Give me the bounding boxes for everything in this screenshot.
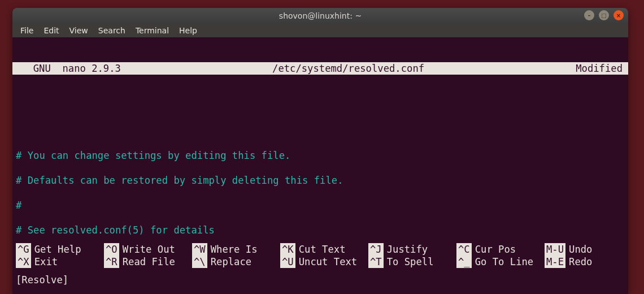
shortcut-row-2: ^XExit^RRead File^\Replace^UUncut Text^T… bbox=[16, 256, 625, 268]
comment-line: # Defaults can be restored by simply del… bbox=[16, 174, 625, 187]
shortcut-item: ^TTo Spell bbox=[368, 256, 456, 268]
shortcut-key: ^\ bbox=[192, 256, 207, 268]
nano-status: Modified bbox=[576, 62, 625, 75]
shortcut-key: ^T bbox=[368, 256, 384, 268]
blank-line bbox=[16, 124, 625, 137]
shortcut-item: ^GGet Help bbox=[16, 243, 104, 256]
shortcut-item: M-UUndo bbox=[545, 243, 628, 256]
menu-file[interactable]: File bbox=[16, 25, 38, 36]
maximize-button[interactable]: □ bbox=[599, 10, 609, 20]
shortcut-key: ^X bbox=[16, 256, 31, 268]
shortcut-key: ^G bbox=[16, 243, 31, 256]
shortcut-item: M-ERedo bbox=[545, 256, 628, 268]
shortcut-item: ^WWhere Is bbox=[192, 243, 280, 256]
shortcut-label: Replace bbox=[211, 256, 251, 268]
nano-header: GNU nano 2.9.3 /etc/systemd/resolved.con… bbox=[12, 62, 628, 75]
menu-search[interactable]: Search bbox=[94, 25, 130, 36]
shortcut-label: To Spell bbox=[387, 256, 434, 268]
shortcut-label: Go To Line bbox=[475, 256, 533, 268]
shortcut-key: ^W bbox=[192, 243, 207, 256]
terminal-area[interactable]: GNU nano 2.9.3 /etc/systemd/resolved.con… bbox=[12, 37, 628, 294]
comment-line: # bbox=[16, 199, 625, 211]
shortcut-item: ^CCur Pos bbox=[456, 243, 545, 256]
shortcut-row-1: ^GGet Help^OWrite Out^WWhere Is^KCut Tex… bbox=[16, 243, 625, 256]
shortcut-key: ^U bbox=[280, 256, 295, 268]
menu-view[interactable]: View bbox=[65, 25, 93, 36]
close-button[interactable]: × bbox=[613, 10, 624, 20]
shortcut-label: Uncut Text bbox=[299, 256, 357, 268]
shortcut-key: M-U bbox=[545, 243, 565, 256]
shortcut-item: ^KCut Text bbox=[280, 243, 368, 256]
shortcut-item: ^UUncut Text bbox=[280, 256, 368, 268]
shortcut-label: Cur Pos bbox=[475, 243, 516, 256]
shortcut-key: ^O bbox=[104, 243, 119, 256]
nano-shortcut-bar: ^GGet Help^OWrite Out^WWhere Is^KCut Tex… bbox=[12, 218, 628, 294]
shortcut-item: ^RRead File bbox=[104, 256, 192, 268]
shortcut-key: ^_ bbox=[456, 256, 472, 268]
shortcut-label: Get Help bbox=[34, 243, 81, 256]
nano-version: GNU nano 2.9.3 bbox=[16, 62, 121, 75]
nano-filename: /etc/systemd/resolved.conf bbox=[121, 62, 576, 75]
shortcut-key: ^J bbox=[368, 243, 384, 256]
shortcut-item: ^XExit bbox=[16, 256, 104, 268]
shortcut-item: ^JJustify bbox=[368, 243, 456, 256]
shortcut-item: ^\Replace bbox=[192, 256, 280, 268]
shortcut-key: ^K bbox=[280, 243, 295, 256]
shortcut-key: ^C bbox=[456, 243, 472, 256]
minimize-button[interactable]: – bbox=[584, 10, 594, 20]
shortcut-label: Undo bbox=[569, 243, 592, 256]
titlebar: shovon@linuxhint: ~ – □ × bbox=[12, 8, 628, 24]
shortcut-label: Write Out bbox=[123, 243, 175, 256]
window-title: shovon@linuxhint: ~ bbox=[12, 11, 628, 20]
shortcut-key: ^R bbox=[104, 256, 119, 268]
shortcut-label: Exit bbox=[34, 256, 58, 268]
menu-edit[interactable]: Edit bbox=[39, 25, 63, 36]
shortcut-item: ^_Go To Line bbox=[456, 256, 545, 268]
shortcut-label: Cut Text bbox=[299, 243, 346, 256]
shortcut-item: ^OWrite Out bbox=[104, 243, 192, 256]
terminal-window: shovon@linuxhint: ~ – □ × File Edit View… bbox=[12, 8, 628, 294]
shortcut-label: Read File bbox=[123, 256, 175, 268]
shortcut-label: Justify bbox=[387, 243, 428, 256]
menu-help[interactable]: Help bbox=[175, 25, 202, 36]
window-controls: – □ × bbox=[584, 10, 624, 20]
menu-terminal[interactable]: Terminal bbox=[131, 25, 173, 36]
shortcut-label: Redo bbox=[569, 256, 592, 268]
shortcut-key: M-E bbox=[545, 256, 565, 268]
shortcut-label: Where Is bbox=[211, 243, 258, 256]
menubar: File Edit View Search Terminal Help bbox=[12, 24, 628, 37]
comment-line: # You can change settings by editing thi… bbox=[16, 149, 625, 162]
